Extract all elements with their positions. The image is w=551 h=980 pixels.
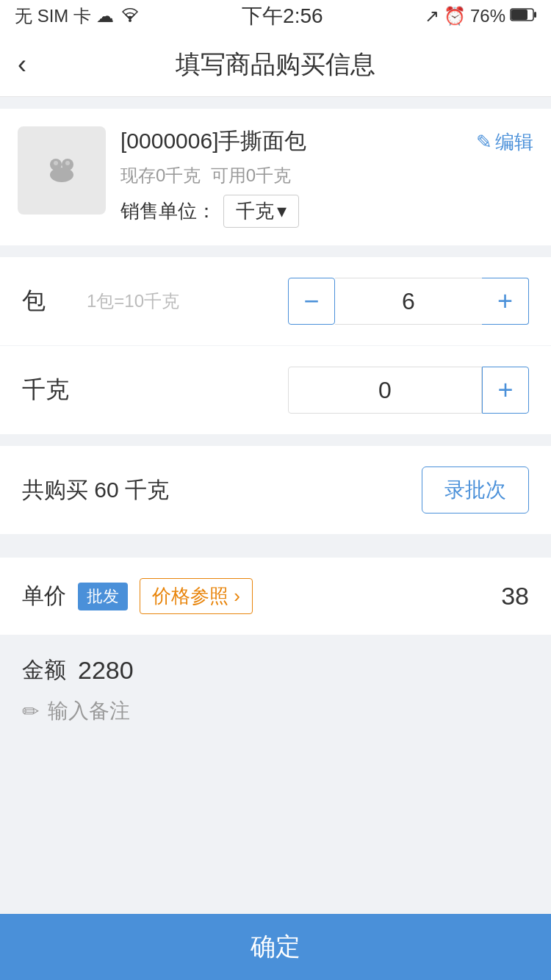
batch-button[interactable]: 录批次 [422, 466, 529, 514]
svg-point-8 [65, 161, 70, 165]
product-card: [0000006]手撕面包 现存0千克 可用0千克 销售单位： 千克 ▾ ✎ 编… [0, 109, 551, 245]
product-name: [0000006]手撕面包 [120, 126, 461, 156]
kg-plus-button[interactable]: + [482, 367, 529, 414]
summary-text: 共购买 60 千克 [22, 475, 169, 505]
kg-label: 千克 [22, 374, 81, 406]
bao-hint: 1包=10千克 [87, 289, 288, 313]
amount-label: 金额 [22, 655, 66, 685]
svg-point-7 [54, 161, 58, 165]
confirm-button[interactable]: 确定 [0, 914, 551, 980]
confirm-label: 确定 [251, 930, 300, 964]
wifi-icon [120, 6, 140, 26]
kg-input[interactable] [288, 367, 482, 414]
edit-button[interactable]: ✎ 编辑 [476, 129, 533, 155]
alarm-icon: ⏰ [444, 6, 466, 26]
back-button[interactable]: ‹ [18, 49, 26, 80]
remark-label: 输入备注 [48, 697, 130, 725]
quantity-section: 包 1包=10千克 − + 千克 + [0, 257, 551, 434]
edit-icon: ✎ [476, 131, 492, 154]
bao-label: 包 [22, 285, 81, 317]
chevron-down-icon: ▾ [277, 200, 287, 223]
status-right: ↗ ⏰ 76% [425, 6, 536, 26]
status-bar: 无 SIM 卡 ☁ 下午2:56 ↗ ⏰ 76% [0, 0, 551, 32]
section-divider-3 [0, 534, 551, 546]
svg-point-0 [129, 19, 132, 22]
product-info: [0000006]手撕面包 现存0千克 可用0千克 销售单位： 千克 ▾ [120, 126, 461, 228]
unit-select[interactable]: 千克 ▾ [223, 195, 299, 228]
bao-input[interactable] [335, 278, 482, 325]
amount-value: 2280 [78, 656, 134, 685]
status-left: 无 SIM 卡 ☁ [15, 4, 140, 28]
price-label: 单价 [22, 581, 66, 611]
product-card-right: ✎ 编辑 [476, 126, 533, 155]
battery-percent: 76% [470, 6, 505, 26]
page-title: 填写商品购买信息 [176, 48, 375, 82]
unit-label: 销售单位： [120, 198, 216, 224]
price-section: 单价 批发 价格参照 › 38 [0, 558, 551, 635]
remark-row[interactable]: ✏ 输入备注 [22, 697, 529, 725]
product-image [18, 126, 106, 215]
product-unit-row: 销售单位： 千克 ▾ [120, 195, 461, 228]
battery-icon [510, 6, 536, 26]
bao-minus-button[interactable]: − [288, 278, 335, 325]
svg-rect-2 [511, 10, 527, 20]
bao-controls: − + [288, 278, 529, 325]
bao-quantity-row: 包 1包=10千克 − + [0, 257, 551, 346]
svg-rect-3 [534, 12, 536, 18]
price-value: 38 [501, 582, 529, 610]
price-ref-button[interactable]: 价格参照 › [140, 578, 253, 614]
status-time: 下午2:56 [242, 2, 323, 30]
svg-point-6 [50, 167, 73, 182]
price-tag: 批发 [78, 583, 128, 610]
amount-row: 金额 2280 [22, 655, 529, 685]
section-divider-2 [0, 434, 551, 446]
location-icon: ↗ [425, 6, 439, 26]
kg-controls: + [288, 367, 529, 414]
pencil-icon: ✏ [22, 699, 39, 724]
nav-bar: ‹ 填写商品购买信息 [0, 32, 551, 97]
summary-row: 共购买 60 千克 录批次 [0, 446, 551, 534]
sim-label: 无 SIM 卡 ☁ [15, 4, 114, 28]
product-stock: 现存0千克 可用0千克 [120, 164, 461, 187]
kg-quantity-row: 千克 + [0, 346, 551, 434]
bao-plus-button[interactable]: + [482, 278, 529, 325]
amount-section: 金额 2280 ✏ 输入备注 [0, 635, 551, 740]
section-divider-1 [0, 245, 551, 257]
